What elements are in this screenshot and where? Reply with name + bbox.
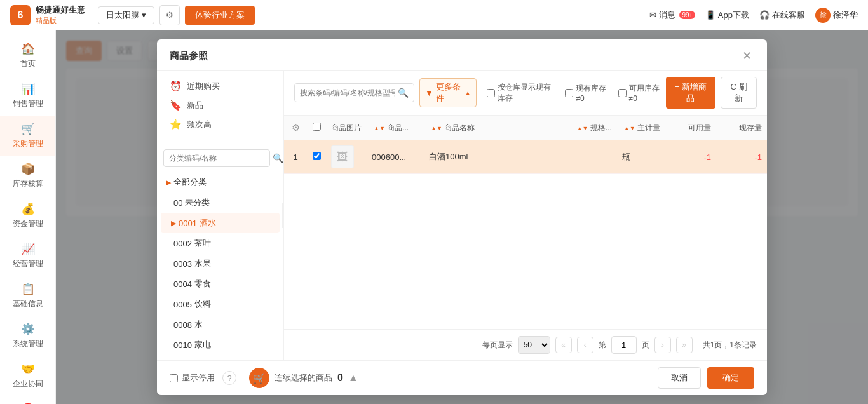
collapse-panel-button[interactable]: 《 [282,203,284,228]
message-badge: 99+ [679,11,695,19]
col-unit-header[interactable]: ▲▼ 主计量 [617,116,665,140]
row-checkbox[interactable] [313,152,321,160]
sidebar-item-purchase[interactable]: 🛒 采购管理 [0,116,55,156]
product-reference-modal: 商品参照 ✕ ⏰ 近期购买 🔖 新 [157,39,767,395]
classify-search-button[interactable]: 🔍 [273,149,283,167]
category-item-snack[interactable]: 0004 零食 [161,274,280,294]
chevron-down-icon: ▾ [142,10,146,20]
sidebar-item-finance[interactable]: 💰 资金管理 [0,196,55,236]
sidebar-item-home[interactable]: 🏠 首页 [0,36,55,76]
sidebar-item-system[interactable]: ⚙️ 系统管理 [0,316,55,356]
table-row[interactable]: 1 🖼 [284,140,767,174]
sidebar-item-inventory[interactable]: 📦 库存核算 [0,156,55,196]
experience-plan-button[interactable]: 体验行业方案 [185,6,255,25]
frequent-icon: ⭐ [170,119,182,130]
online-service-button[interactable]: 🎧 在线客服 [759,10,805,21]
download-icon: 📱 [705,10,715,20]
table-header-row: ⚙ 商品图片 [284,116,767,140]
cart-collapse-button[interactable]: ▲ [348,372,358,384]
cell-seq: 1 [284,140,307,174]
checkbox-existing-stock-input[interactable] [565,89,573,97]
sidebar-item-sales[interactable]: 📊 销售管理 [0,76,55,116]
page-first-button[interactable]: « [555,337,572,353]
quick-item-frequent[interactable]: ⭐ 频次高 [163,115,277,134]
col-product-image-header: 商品图片 [326,116,367,140]
settings-button[interactable]: ⚙ [159,5,180,25]
cell-checkbox[interactable] [307,140,326,174]
category-item-unclassified[interactable]: 00 未分类 [161,192,280,213]
page-label: 第 [599,340,606,351]
category-active-arrow: ▶ [171,219,176,227]
product-table: ⚙ 商品图片 [284,116,767,174]
more-conditions-button[interactable]: ▼ 更多条件 ▲ [419,78,477,107]
col-product-code-header[interactable]: ▲▼ 商品... [367,116,424,140]
new-product-icon: 🔖 [170,100,182,111]
page-number-input[interactable] [611,336,637,354]
product-search-icon[interactable]: 🔍 [398,88,409,98]
filter-checkboxes: 按仓库显示现有库存 现有库存≠0 可用库存≠0 [487,82,661,104]
page-next-button[interactable]: › [654,337,671,353]
operations-icon: 📈 [21,242,35,256]
logo-icon: 6 [10,5,31,25]
checkbox-available-stock-input[interactable] [618,89,627,97]
nav-center: 日太阳膜 ▾ ⚙ 体验行业方案 [98,5,649,25]
checkbox-available-stock[interactable]: 可用库存≠0 [618,83,661,103]
classify-search-input[interactable] [163,149,270,167]
checkbox-by-warehouse-input[interactable] [487,89,495,97]
category-item-beverage[interactable]: 0005 饮料 [161,294,280,314]
sidebar: 🏠 首页 📊 销售管理 🛒 采购管理 📦 库存核算 💰 资金管理 📈 经营管理 … [0,30,56,404]
product-search-input[interactable] [300,88,395,97]
confirm-button[interactable]: 确定 [707,367,754,389]
message-icon: ✉ [649,10,656,20]
page-prev-button[interactable]: ‹ [577,337,593,353]
category-item-all[interactable]: ▶ 全部分类 [161,172,280,192]
sidebar-item-basic-info[interactable]: 📋 基础信息 [0,276,55,316]
refresh-button[interactable]: C 刷新 [721,77,757,109]
sidebar-item-operations[interactable]: 📈 经营管理 [0,236,55,276]
help-button[interactable]: ? [222,371,236,385]
column-settings-icon[interactable]: ⚙ [292,122,300,133]
col-stock-header: 现存量 [716,116,767,140]
product-search-box[interactable]: 🔍 [294,83,414,102]
category-item-tea[interactable]: 0002 茶叶 [161,233,280,253]
col-spec-header[interactable]: ▲▼ 规格... [570,116,617,140]
user-menu-button[interactable]: 徐 徐泽华 [815,8,858,23]
show-disabled-input[interactable] [170,374,178,382]
modal-footer: 显示停用 ? 🛒 连续选择的商品 0 ▲ 取消 确定 [157,360,767,395]
quick-item-recent[interactable]: ⏰ 近期购买 [163,77,277,96]
page-label2: 页 [642,340,649,351]
product-table-container: ⚙ 商品图片 [284,116,767,329]
modal-close-button[interactable]: ✕ [739,48,754,64]
nav-right: ✉ 消息 99+ 📱 App下载 🎧 在线客服 徐 徐泽华 [649,8,858,23]
sidebar-item-guide[interactable]: 🎯 新手引导 [0,396,55,404]
nav-dropdown[interactable]: 日太阳膜 ▾ [98,6,154,24]
modal-title: 商品参照 [170,50,208,62]
category-item-liquor[interactable]: ▶ 0001 酒水 [161,213,280,233]
product-table-body: 1 🖼 [284,140,767,174]
page-last-button[interactable]: » [676,337,693,353]
quick-item-new[interactable]: 🔖 新品 [163,96,277,115]
product-thumbnail: 🖼 [331,145,354,168]
messages-button[interactable]: ✉ 消息 99+ [649,10,695,21]
checkbox-by-warehouse[interactable]: 按仓库显示现有库存 [487,82,555,104]
image-placeholder-icon: 🖼 [337,151,348,164]
logo-area: 6 畅捷通好生意 精品版 [10,4,85,25]
page-size-label: 每页显示 [482,340,513,351]
page-size-select[interactable]: 50 100 200 [518,336,550,354]
checkbox-existing-stock[interactable]: 现有库存≠0 [565,83,607,103]
category-item-appliance[interactable]: 0010 家电 [161,335,280,355]
category-item-fruit[interactable]: 0003 水果 [161,253,280,274]
avatar: 徐 [815,8,831,23]
category-item-water[interactable]: 0008 水 [161,314,280,335]
pagination: 每页显示 50 100 200 « ‹ 第 页 › [284,329,767,360]
add-product-button[interactable]: + 新增商品 [666,77,715,109]
show-disabled-checkbox[interactable]: 显示停用 [170,372,215,384]
basic-info-icon: 📋 [21,282,35,296]
select-all-checkbox[interactable] [313,123,321,131]
col-product-name-header[interactable]: ▲▼ 商品名称 [424,116,570,140]
logo-text: 畅捷通好生意 精品版 [36,4,85,25]
app-download-button[interactable]: 📱 App下载 [705,10,749,21]
cart-button[interactable]: 🛒 [249,368,269,388]
sidebar-item-enterprise[interactable]: 🤝 企业协同 [0,356,55,396]
cancel-button[interactable]: 取消 [658,367,701,389]
